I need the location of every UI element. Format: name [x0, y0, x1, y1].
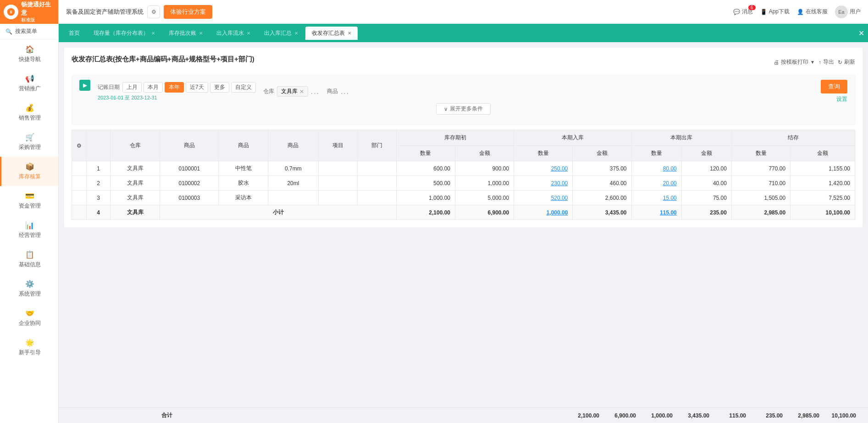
tab-summary-close[interactable]: ✕	[294, 31, 298, 36]
tab-summary-label: 出入库汇总	[264, 29, 292, 37]
sidebar-item-operations[interactable]: 📊 经营管理	[0, 215, 58, 245]
sidebar-item-newbie[interactable]: 🌟 新手引导	[0, 333, 58, 362]
row1-in-qty[interactable]: 250.00	[514, 161, 573, 176]
expand-more-btn[interactable]: ∨ 展开更多条件	[436, 103, 491, 115]
date-btn-last-month[interactable]: 上月	[122, 82, 142, 93]
sidebar-item-system[interactable]: ⚙️ 系统管理	[0, 274, 58, 303]
header-right: 💬 消息 6 📱 App下载 👤 在线客服 Ea 用户	[733, 5, 861, 18]
date-btn-this-month[interactable]: 本月	[144, 82, 163, 93]
row1-opening-amt: 900.00	[455, 161, 514, 176]
filter-arrow[interactable]: ▶	[79, 80, 90, 91]
trial-button[interactable]: 体验行业方案	[164, 5, 212, 19]
app-download-action[interactable]: 📱 App下载	[760, 8, 790, 16]
mobile-icon: 📱	[760, 9, 767, 15]
collab-label: 企业协同	[19, 319, 41, 327]
row1-product-spec: 0.7mm	[268, 161, 318, 176]
print-icon: 🖨	[774, 59, 779, 66]
col-closing-qty-header: 数量	[731, 146, 790, 161]
refresh-icon: ↻	[838, 59, 842, 66]
online-service-action[interactable]: 👤 在线客服	[797, 8, 828, 16]
tab-batch[interactable]: 库存批次账 ✕	[162, 27, 209, 40]
refresh-btn[interactable]: ↻ 刷新	[838, 58, 855, 66]
col-group-in: 本期入库	[514, 130, 631, 146]
tab-receive-summary[interactable]: 收发存汇总表 ✕	[305, 27, 358, 40]
table-container: ⚙ 仓库 商品 商品 商品 项目 部门 库存期初 本期入库 本期出库 结存	[72, 130, 855, 220]
bottom-total-bar: 合计 2,100.00 6,900.00 1,000.00 3,435.00 1…	[59, 407, 868, 423]
warehouse-tag-close[interactable]: ✕	[299, 88, 304, 95]
row3-in-amt: 2,600.00	[573, 191, 631, 205]
close-all-tabs[interactable]: ✕	[858, 29, 864, 38]
subtotal-in-amt: 3,435.00	[573, 205, 631, 220]
row2-out-qty[interactable]: 20.00	[631, 176, 681, 191]
message-action[interactable]: 💬 消息 6	[733, 8, 753, 16]
date-btn-custom[interactable]: 自定义	[231, 82, 256, 93]
row2-out-amt: 40.00	[681, 176, 731, 191]
message-badge: 6	[748, 5, 756, 10]
sidebar-item-sales[interactable]: 💰 销售管理	[0, 98, 58, 127]
row1-closing-qty: 770.00	[731, 161, 790, 176]
tab-inventory-dist-close[interactable]: ✕	[151, 31, 155, 36]
tab-home[interactable]: 首页	[62, 27, 86, 40]
subtotal-in-qty[interactable]: 1,000.00	[514, 205, 573, 220]
date-btn-7days[interactable]: 近7天	[186, 82, 208, 93]
app-subtitle: 标准版	[21, 17, 55, 23]
sidebar-item-purchase[interactable]: 🛒 采购管理	[0, 127, 58, 157]
export-btn[interactable]: ↑ 导出	[818, 58, 834, 66]
col-product-name-header: 商品	[219, 130, 268, 161]
row3-in-qty[interactable]: 520.00	[514, 191, 573, 205]
table-row: 1 文具库 0100001 中性笔 0.7mm 600.00 900.00 25…	[72, 161, 855, 176]
sidebar-item-basic-info[interactable]: 📋 基础信息	[0, 245, 58, 274]
filter-settings-link[interactable]: 设置	[836, 95, 847, 103]
row1-out-amt: 120.00	[681, 161, 731, 176]
col-project-header: 项目	[318, 130, 357, 161]
col-settings-header[interactable]: ⚙	[72, 130, 87, 161]
inventory-label: 库存核算	[19, 173, 41, 181]
tab-batch-close[interactable]: ✕	[199, 31, 203, 36]
tab-receive-summary-close[interactable]: ✕	[348, 31, 351, 36]
product-more-btn[interactable]: ...	[341, 88, 349, 96]
row2-settings	[72, 176, 87, 191]
row3-product-name: 采访本	[219, 191, 268, 205]
subtotal-out-qty[interactable]: 115.00	[631, 205, 681, 220]
query-button[interactable]: 查询	[821, 80, 847, 93]
system-label: 系统管理	[19, 290, 41, 298]
date-btn-more[interactable]: 更多	[210, 82, 229, 93]
user-action[interactable]: Ea 用户	[835, 5, 861, 18]
row3-closing-amt: 7,525.00	[791, 191, 855, 205]
subtotal-opening-qty: 2,100.00	[396, 205, 455, 220]
product-filter-label: 商品	[327, 88, 338, 95]
svg-text:6: 6	[10, 10, 12, 14]
row3-opening-amt: 5,000.00	[455, 191, 514, 205]
subtotal-index: 4	[87, 205, 111, 220]
sidebar-item-collaboration[interactable]: 🤝 企业协同	[0, 303, 58, 333]
sidebar-item-quick-nav[interactable]: 🏠 快捷导航	[0, 39, 58, 69]
tab-flow-label: 出入库流水	[216, 29, 244, 37]
row3-out-qty[interactable]: 15.00	[631, 191, 681, 205]
tab-receive-summary-label: 收发存汇总表	[312, 29, 345, 37]
sidebar-item-finance[interactable]: 💳 资金管理	[0, 186, 58, 215]
system-settings-btn[interactable]: ⚙	[147, 5, 160, 18]
date-btn-this-year[interactable]: 本年	[165, 82, 184, 93]
sidebar-item-inventory[interactable]: 📦 库存核算	[0, 157, 58, 186]
newbie-icon: 🌟	[25, 338, 34, 347]
warehouse-more-btn[interactable]: ...	[311, 88, 320, 96]
search-menu[interactable]: 🔍 搜索菜单	[0, 24, 58, 39]
row2-in-qty[interactable]: 230.00	[514, 176, 573, 191]
total-closing-amt: 10,100.00	[824, 412, 861, 419]
row1-out-qty[interactable]: 80.00	[631, 161, 681, 176]
tab-flow-close[interactable]: ✕	[247, 31, 250, 36]
purchase-label: 采购管理	[19, 143, 41, 151]
sidebar-item-marketing[interactable]: 📢 营销推广	[0, 69, 58, 98]
header-left: 装备及固定资产辅助管理系统 ⚙ 体验行业方案	[66, 5, 212, 19]
tab-batch-label: 库存批次账	[169, 29, 196, 37]
basic-icon: 📋	[25, 250, 34, 259]
row1-index: 1	[87, 161, 111, 176]
logo-area: 6 畅捷通好生意 标准版	[0, 0, 58, 24]
tab-inventory-dist[interactable]: 现存量（库存分布表） ✕	[87, 27, 161, 40]
tab-flow[interactable]: 出入库流水 ✕	[210, 27, 257, 40]
print-btn[interactable]: 🖨 按模板打印 ▼	[774, 58, 815, 66]
tab-summary[interactable]: 出入库汇总 ✕	[258, 27, 304, 40]
total-in-amt: 3,435.00	[677, 412, 714, 419]
finance-icon: 💳	[25, 192, 34, 200]
row3-index: 3	[87, 191, 111, 205]
